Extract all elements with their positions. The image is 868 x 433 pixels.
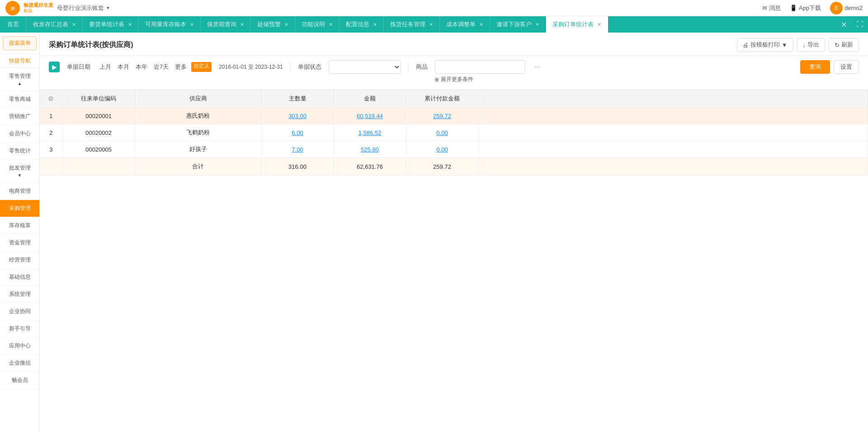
logo-icon: 好 <box>5 1 20 15</box>
sidebar-item-retail-stats[interactable]: 零售统计 <box>0 143 39 160</box>
sidebar-item-enterprise-collab[interactable]: 企业协同 <box>0 303 39 320</box>
app-download-btn[interactable]: 📱 App下载 <box>790 4 821 12</box>
close-over-stock[interactable]: ✕ <box>284 22 288 28</box>
amount-link-3[interactable]: 525.80 <box>361 146 379 153</box>
table-row: 1 00020001 惠氏奶粉 303.00 60,519.44 259.72 <box>40 108 868 124</box>
shortcut-more[interactable]: 更多 <box>173 62 189 72</box>
tab-function-desc[interactable]: 功能说明 ✕ <box>295 16 340 33</box>
nav-close-btn[interactable]: ✕ <box>835 16 852 33</box>
shortcut-this-year[interactable]: 本年 <box>134 62 149 72</box>
close-expiry-query[interactable]: ✕ <box>240 22 244 28</box>
sidebar-item-member-center[interactable]: 会员中心 <box>0 125 39 143</box>
message-icon: ✉ <box>762 5 767 11</box>
expand-more-btn[interactable]: ⊕ 展开更多条件 <box>434 76 473 83</box>
shortcut-this-month[interactable]: 本月 <box>116 62 131 72</box>
refresh-btn[interactable]: ↻ 刷新 <box>829 38 859 52</box>
qty-link-3[interactable]: 7.00 <box>292 146 303 153</box>
qty-link-2[interactable]: 6.00 <box>292 129 303 136</box>
sidebar-item-retail-mgmt[interactable]: 零售管理 ▲ <box>0 68 39 91</box>
paid-link-1[interactable]: 259.72 <box>433 113 451 119</box>
close-receive-summary[interactable]: ✕ <box>72 22 76 28</box>
close-purchase-order-summary[interactable]: ✕ <box>597 22 601 28</box>
table-header: ⚙ 往来单位编码 供应商 主数量 金额 累计付款金额 <box>40 90 868 108</box>
sidebar-item-ecommerce-mgmt[interactable]: 电商管理 <box>0 183 39 200</box>
th-amount: 金额 <box>334 90 406 108</box>
tab-config-info[interactable]: 配置信息 ✕ <box>340 16 384 33</box>
expand-more-row: ⊕ 展开更多条件 <box>49 74 859 85</box>
th-unit-code: 往来单位编码 <box>62 90 135 108</box>
tab-invite-downstream[interactable]: 邀请下游客户 ✕ <box>490 16 546 33</box>
sidebar-item-stock-check[interactable]: 库存核算 <box>0 217 39 234</box>
user-avatar-area[interactable]: E demo2 <box>830 2 863 14</box>
quick-nav-btn[interactable]: 快捷导航 <box>0 54 39 68</box>
message-btn[interactable]: ✉ 消息 <box>762 4 781 12</box>
tab-purchase-order-summary[interactable]: 采购订单统计表 ✕ <box>546 16 608 33</box>
tab-receive-summary[interactable]: 收发存汇总表 ✕ <box>27 16 83 33</box>
page-header: 采购订单统计表(按供应商) 🖨 按模板打印 ▼ ↓ 导出 ↻ 刷新 <box>40 33 868 56</box>
td-amount-3: 525.80 <box>334 141 406 158</box>
tab-available-stock[interactable]: 可用量库存账本 ✕ <box>139 16 201 33</box>
sidebar-item-wholesale-mgmt[interactable]: 批发管理 ▼ <box>0 160 39 183</box>
amount-link-1[interactable]: 60,519.44 <box>357 113 383 119</box>
close-pickup-task[interactable]: ✕ <box>429 22 433 28</box>
date-custom-badge[interactable]: 自定义 <box>191 62 212 72</box>
nav-tabs: 首页 收发存汇总表 ✕ 要货单统计表 ✕ 可用量库存账本 ✕ 保质期查询 ✕ 超… <box>0 16 868 33</box>
workspace-selector[interactable]: 母婴行业演示账套 ▼ <box>57 4 110 12</box>
expand-more-icon: ⊕ <box>434 76 439 83</box>
query-actions: 查询 设置 <box>800 60 859 74</box>
tab-expiry-query[interactable]: 保质期查询 ✕ <box>201 16 251 33</box>
sidebar-item-capital-mgmt[interactable]: 资金管理 <box>0 234 39 252</box>
nav-maximize-btn[interactable]: ⛶ <box>852 16 868 33</box>
filter-collapse-btn[interactable]: ▶ <box>49 62 60 72</box>
page-title: 采购订单统计表(按供应商) <box>49 40 133 50</box>
sidebar-item-new-guide[interactable]: 新手引导 <box>0 320 39 338</box>
close-cost-adjust[interactable]: ✕ <box>479 22 483 28</box>
th-paid-amount: 累计付款金额 <box>406 90 478 108</box>
sidebar-item-member-card[interactable]: 畅会员 <box>0 372 39 389</box>
close-available-stock[interactable]: ✕ <box>190 22 194 28</box>
sidebar-item-enterprise-wechat[interactable]: 企业微信 <box>0 355 39 372</box>
sidebar-item-purchase-mgmt[interactable]: 采购管理 <box>0 200 39 217</box>
export-btn[interactable]: ↓ 导出 <box>797 38 826 52</box>
sidebar-item-marketing[interactable]: 营销推广 <box>0 108 39 125</box>
td-seq-1: 1 <box>40 108 62 124</box>
svg-text:好: 好 <box>10 6 15 11</box>
close-function-desc[interactable]: ✕ <box>329 22 333 28</box>
tab-home[interactable]: 首页 <box>0 16 27 33</box>
expand-icon-wholesale: ▼ <box>18 173 22 178</box>
close-invite-downstream[interactable]: ✕ <box>535 22 539 28</box>
date-range-text: 2016-01-01 至 2023-12-31 <box>219 63 283 71</box>
qty-link-1[interactable]: 303.00 <box>288 113 307 119</box>
filter-area: ▶ 单据日期 上月 本月 本年 近7天 更多 自定义 2016-01-01 至 … <box>40 56 868 90</box>
column-settings-icon[interactable]: ⚙ <box>48 95 54 102</box>
sidebar-item-basic-info[interactable]: 基础信息 <box>0 269 39 286</box>
tab-over-stock[interactable]: 超储预警 ✕ <box>251 16 295 33</box>
status-select[interactable] <box>329 60 401 74</box>
paid-link-2[interactable]: 0.00 <box>436 129 448 136</box>
td-qty-2: 6.00 <box>261 124 334 141</box>
print-chevron: ▼ <box>782 42 788 48</box>
close-config-info[interactable]: ✕ <box>373 22 377 28</box>
query-btn[interactable]: 查询 <box>800 60 830 74</box>
footer-row: 合计 316.00 62,631.76 259.72 <box>40 158 868 176</box>
td-code-3: 00020005 <box>62 141 135 158</box>
close-order-summary[interactable]: ✕ <box>128 22 132 28</box>
amount-link-2[interactable]: 1,586.52 <box>359 129 382 136</box>
goods-input[interactable] <box>435 60 525 74</box>
status-select-wrap <box>329 60 401 74</box>
search-menu-btn[interactable]: 搜索菜单 <box>3 36 37 50</box>
sidebar-item-app-center[interactable]: 应用中心 <box>0 338 39 355</box>
table-footer: 合计 316.00 62,631.76 259.72 <box>40 158 868 176</box>
setting-btn[interactable]: 设置 <box>834 60 859 74</box>
sidebar-item-ops-mgmt[interactable]: 经营管理 <box>0 252 39 269</box>
paid-link-3[interactable]: 0.00 <box>436 146 448 153</box>
sidebar-item-system-mgmt[interactable]: 系统管理 <box>0 286 39 303</box>
goods-more-icon[interactable]: ··· <box>533 63 542 71</box>
tab-pickup-task[interactable]: 拣货任务管理 ✕ <box>384 16 440 33</box>
shortcut-last-month[interactable]: 上月 <box>98 62 113 72</box>
shortcut-7days[interactable]: 近7天 <box>152 62 170 72</box>
sidebar-item-retail-shop[interactable]: 零售商城 <box>0 91 39 108</box>
tab-order-summary[interactable]: 要货单统计表 ✕ <box>83 16 139 33</box>
print-btn[interactable]: 🖨 按模板打印 ▼ <box>737 38 793 52</box>
tab-cost-adjust[interactable]: 成本调整单 ✕ <box>440 16 490 33</box>
